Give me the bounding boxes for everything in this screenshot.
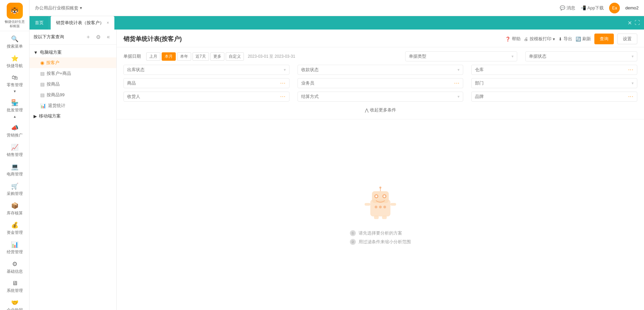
filter-row-1: 单据日期 上月 本月 本年 近7天 更多 自定义 2023-03-01 至 20… <box>123 51 637 61</box>
add-plan-button[interactable]: ＋ <box>84 33 92 41</box>
message-button[interactable]: 💬 消息 <box>560 5 575 11</box>
goods-dots[interactable]: ··· <box>280 80 285 86</box>
by-customer-goods-icon: ▤ <box>40 71 45 76</box>
hint-text-1: 请先选择要分析的方案 <box>359 230 402 236</box>
logo-text: 畅捷信好生意 <box>5 19 25 24</box>
top-header: 办公用品行业模拟账套 ▾ 💬 消息 📲 App下载 Ea demo2 <box>30 0 644 16</box>
export-label: 导出 <box>564 36 572 42</box>
template-print-button[interactable]: 🖨 按模板打印 ▾ <box>524 34 555 44</box>
sidebar-item-purchase[interactable]: 🛒 采购管理 <box>0 180 29 199</box>
collapse-panel-button[interactable]: « <box>104 33 112 41</box>
query-button[interactable]: 查询 <box>594 34 614 44</box>
tree-item-return[interactable]: 📊 退货统计 <box>30 100 116 111</box>
pc-group: ▼ 电脑端方案 ◉ 按客户 ▤ 按客户+商品 ▤ <box>30 47 116 111</box>
sidebar-item-basic-label: 基础信息 <box>7 269 23 274</box>
edit-plan-button[interactable]: ⚙ <box>94 33 102 41</box>
sidebar-item-wholesale-label: 批发管理 <box>7 107 23 113</box>
salesman-filter[interactable]: 业务员 ··· <box>298 78 464 88</box>
maximize-button[interactable]: ⛶ <box>635 20 640 26</box>
export-button[interactable]: ⬇ 导出 <box>558 34 572 44</box>
consignee-filter[interactable]: 收货人 ··· <box>123 92 289 102</box>
salesman-dots[interactable]: ··· <box>454 80 460 86</box>
app-download-button[interactable]: 📲 App下载 <box>581 5 604 11</box>
user-avatar[interactable]: Ea <box>609 3 620 13</box>
date-btn-last-month[interactable]: 上月 <box>146 52 160 61</box>
filter-row-4: 收货人 ··· 结算方式 ▾ 品牌 <box>123 92 637 102</box>
doc-status-filter[interactable]: 单据状态 ▾ <box>525 51 637 61</box>
filter-area: 单据日期 上月 本月 本年 近7天 更多 自定义 2023-03-01 至 20… <box>117 47 644 119</box>
consignee-dots[interactable]: ··· <box>280 94 285 100</box>
sidebar-item-search[interactable]: 🔍 搜索菜单 <box>0 33 29 52</box>
minimize-button[interactable]: ✕ <box>628 20 632 26</box>
industry-select[interactable]: 办公用品行业模拟账套 ▾ <box>35 5 82 11</box>
sidebar-item-wholesale[interactable]: 🏪 批发管理 ▴ <box>0 96 29 121</box>
sidebar-item-ecommerce[interactable]: 💻 电商管理 <box>0 160 29 180</box>
mobile-group-header[interactable]: ▶ 移动端方案 <box>30 111 116 121</box>
doc-status-arrow: ▾ <box>632 54 634 59</box>
tree-item-by-customer-goods-label: 按客户+商品 <box>47 70 71 76</box>
doc-type-filter[interactable]: 单据类型 ▾ <box>405 51 517 61</box>
date-btn-7days[interactable]: 近7天 <box>193 52 209 61</box>
goods-filter[interactable]: 商品 ··· <box>123 78 289 88</box>
sidebar-item-marketing[interactable]: 📣 营销推广 <box>0 121 29 141</box>
date-btn-custom[interactable]: 自定义 <box>226 52 244 61</box>
tree-item-by-customer[interactable]: ◉ 按客户 <box>30 57 116 68</box>
message-label: 消息 <box>567 5 575 11</box>
industry-label: 办公用品行业模拟账套 <box>35 5 78 11</box>
logo-area[interactable]: 🐯 畅捷信好生意 标账版 <box>0 0 29 31</box>
collapse-label: 收起更多条件 <box>370 107 396 113</box>
settlement-arrow: ▾ <box>458 94 460 99</box>
tree-item-by-goods-99[interactable]: ▤ 按商品99 <box>30 90 116 100</box>
date-btn-more[interactable]: 更多 <box>210 52 224 61</box>
pc-group-header[interactable]: ▼ 电脑端方案 <box>30 47 116 57</box>
template-print-label: 按模板打印 <box>530 36 551 42</box>
avatar-text: Ea <box>612 6 617 10</box>
sidebar-item-basic[interactable]: ⚙ 基础信息 <box>0 258 29 277</box>
date-btn-this-year[interactable]: 本年 <box>177 52 191 61</box>
brand-filter[interactable]: 品牌 ··· <box>471 92 637 102</box>
tab-active-label: 销货单统计表（按客户） <box>56 20 104 26</box>
salesman-label: 业务员 <box>301 80 314 86</box>
receive-status-filter[interactable]: 收款状态 ▾ <box>298 65 464 75</box>
refresh-button[interactable]: 🔄 刷新 <box>576 34 591 44</box>
settings-button[interactable]: 设置 <box>617 34 637 44</box>
date-btn-this-month[interactable]: 本月 <box>162 52 176 61</box>
tree-item-by-customer-goods[interactable]: ▤ 按客户+商品 <box>30 68 116 79</box>
date-range-display: 2023-03-01 至 2023-03-31 <box>248 54 295 59</box>
svg-rect-1 <box>372 191 389 203</box>
sidebar-item-inventory[interactable]: 📦 库存核算 <box>0 199 29 219</box>
app-icon: 📲 <box>581 5 586 10</box>
settlement-filter[interactable]: 结算方式 ▾ <box>298 92 464 102</box>
warehouse-dots[interactable]: ··· <box>628 67 634 73</box>
sidebar-item-business[interactable]: 📊 经营管理 <box>0 238 29 258</box>
sidebar-item-sales-label: 销售管理 <box>7 152 23 158</box>
brand-label: 品牌 <box>475 94 484 100</box>
goods-label: 商品 <box>127 80 136 86</box>
svg-point-4 <box>375 195 377 197</box>
sidebar-item-quick[interactable]: ⭐ 快捷导航 <box>0 52 29 71</box>
out-status-filter[interactable]: 出库状态 ▾ <box>123 65 289 75</box>
sidebar-item-corp[interactable]: 🤝 企业协同 <box>0 296 29 310</box>
tab-home[interactable]: 首页 <box>30 16 49 30</box>
header-right: 💬 消息 📲 App下载 Ea demo2 <box>560 3 639 13</box>
export-icon: ⬇ <box>558 37 562 42</box>
doc-type-arrow: ▾ <box>512 54 514 59</box>
collapse-up-icon: ⋀ <box>365 108 369 113</box>
sales-icon: 📈 <box>11 144 18 151</box>
tree-item-by-goods[interactable]: ▤ 按商品 <box>30 79 116 90</box>
sidebar-item-finance[interactable]: 💰 资金管理 <box>0 219 29 238</box>
warehouse-filter[interactable]: 仓库 ··· <box>471 65 637 75</box>
by-goods-99-icon: ▤ <box>40 92 45 98</box>
left-panel-title: 按以下方案查询 <box>34 34 82 40</box>
help-button[interactable]: ❓ 帮助 <box>505 34 521 44</box>
sidebar-item-retail[interactable]: 🛍 零售管理 ▾ <box>0 71 29 96</box>
dept-filter[interactable]: 部门 ▾ <box>471 78 637 88</box>
sidebar-item-system[interactable]: 🖥 系统管理 <box>0 277 29 296</box>
tab-active[interactable]: 销货单统计表（按客户） × <box>51 16 114 30</box>
doc-type-label: 单据类型 <box>409 53 426 59</box>
sidebar-item-sales[interactable]: 📈 销售管理 <box>0 141 29 160</box>
brand-dots[interactable]: ··· <box>628 94 634 100</box>
tab-close-button[interactable]: × <box>107 20 109 25</box>
empty-state: ① 请先选择要分析的方案 ② 用过滤条件来缩小分析范围 <box>117 119 644 310</box>
collapse-button[interactable]: ⋀ 收起更多条件 <box>360 105 401 115</box>
